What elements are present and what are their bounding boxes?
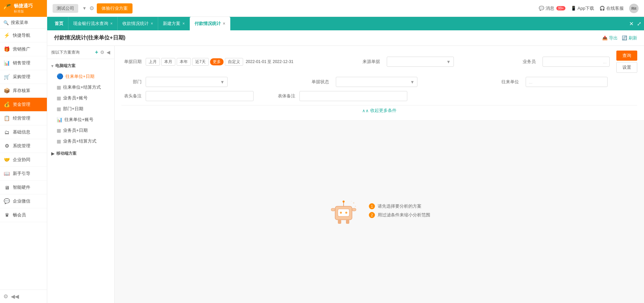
quick-nav-icon: ⚡: [3, 32, 10, 39]
date-this-year[interactable]: 本年: [177, 58, 191, 66]
scheme-item-partner-settle[interactable]: ▦ 往来单位+结算方式: [47, 82, 114, 93]
scheme-item-dept-date[interactable]: ▦ 部门+日期: [47, 103, 114, 114]
expand-icon[interactable]: ⤢: [637, 21, 641, 27]
sidebar-item-quick-nav[interactable]: ⚡ 快捷导航: [0, 29, 47, 42]
tab-bar-right: ✕ ⤢: [629, 21, 641, 27]
scheme-item-salesman-settle[interactable]: ▦ 业务员+结算方式: [47, 136, 114, 147]
svg-point-11: [355, 206, 356, 207]
tab-payment-stats-close[interactable]: ×: [223, 21, 225, 26]
tab-new-scheme-close[interactable]: ×: [182, 21, 185, 26]
sidebar-item-label: 营销推广: [13, 46, 30, 52]
tab-new-scheme[interactable]: 新建方案 ×: [158, 17, 190, 30]
scheme-item-salesman-date[interactable]: ▦ 业务员+日期: [47, 125, 114, 136]
sidebar-item-inventory[interactable]: 📦 库存核算: [0, 84, 47, 98]
svg-point-5: [343, 201, 345, 203]
partner-label: 往来单位: [501, 79, 519, 85]
sidebar-item-marketing[interactable]: 🎁 营销推广: [0, 42, 47, 56]
trial-btn[interactable]: 体验行业方案: [97, 3, 133, 13]
content-area: 按以下方案查询 + ⚙ ◀ ▾ 电脑端方案 🔵 往来单位+日期 ▦: [47, 46, 644, 303]
sidebar-item-system[interactable]: ⚙ 系统管理: [0, 139, 47, 153]
sidebar-item-sales[interactable]: 📊 销售管理: [0, 56, 47, 70]
dept-select[interactable]: ▼: [146, 77, 228, 87]
sidebar-search-item[interactable]: 🔍 搜索菜单: [0, 17, 47, 29]
sidebar-bottom: ⚙ ◀◀: [0, 290, 47, 303]
collapse-sidebar-icon[interactable]: ◀◀: [11, 293, 19, 300]
tab-bank-flow-label: 现金银行流水查询: [73, 21, 108, 27]
query-btn[interactable]: 查询: [616, 51, 637, 61]
refresh-icon: 🔄: [622, 35, 627, 40]
online-service-btn[interactable]: 🎧 在线客服: [599, 5, 624, 11]
filter-area: 单据日期 上月 本月 本年 近7天 更多 自定义 2022-01-01 至 20…: [115, 46, 644, 121]
note-header-input[interactable]: [146, 91, 254, 101]
hint-text-1: 请先选择要分析的方案: [378, 203, 421, 209]
sidebar-item-capital[interactable]: 💰 资金管理: [0, 98, 47, 112]
setting-btn[interactable]: 设置: [616, 62, 637, 73]
export-btn[interactable]: 📤 导出: [602, 35, 618, 41]
doc-status-select[interactable]: ▼: [336, 77, 418, 87]
tab-home-label: 首页: [55, 21, 63, 27]
sidebar-item-guide[interactable]: 📖 新手引导: [0, 167, 47, 181]
scheme-settings-btn[interactable]: ⚙: [100, 50, 105, 55]
settings-icon[interactable]: ⚙: [3, 293, 8, 300]
messages-btn[interactable]: 💬 消息 99+: [539, 5, 565, 11]
svg-point-2: [340, 212, 342, 214]
sidebar-item-purchase[interactable]: 🛒 采购管理: [0, 70, 47, 84]
basic-info-icon: 🗂: [3, 129, 10, 135]
page-title: 付款情况统计(往来单位+日期): [54, 34, 125, 41]
app-download-btn[interactable]: 📱 App下载: [571, 5, 594, 11]
scheme-item-salesman-account[interactable]: ▦ 业务员+账号: [47, 93, 114, 103]
desktop-section-header[interactable]: ▾ 电脑端方案: [47, 61, 114, 71]
tab-home[interactable]: 首页: [50, 17, 68, 30]
sidebar-item-label: 企业协同: [13, 157, 30, 163]
date-more[interactable]: 更多: [210, 58, 224, 65]
header-gear-icon[interactable]: ⚙: [89, 5, 94, 11]
message-badge: 99+: [556, 6, 565, 10]
sidebar-item-basic-info[interactable]: 🗂 基础信息: [0, 125, 47, 139]
sidebar-item-cooperation[interactable]: 🤝 企业协同: [0, 153, 47, 167]
sidebar-item-label: 资金管理: [13, 101, 30, 108]
sidebar-item-label: 基础信息: [13, 129, 30, 135]
scheme-item-partner-account[interactable]: 📊 往来单位+账号: [47, 114, 114, 125]
sidebar-item-weixin[interactable]: 💬 企业微信: [0, 194, 47, 208]
collapse-more-btn[interactable]: ∧∧ 收起更多条件: [121, 105, 637, 116]
collapse-panel-btn[interactable]: ◀: [107, 50, 110, 55]
source-label: 来源单据: [362, 59, 380, 65]
tab-bank-flow-close[interactable]: ×: [110, 21, 113, 26]
date-this-month[interactable]: 本月: [161, 58, 175, 66]
date-last-7[interactable]: 近7天: [192, 58, 209, 66]
tab-payment-stats[interactable]: 付款情况统计 ×: [190, 17, 230, 30]
add-scheme-btn[interactable]: +: [95, 49, 98, 55]
salesman-select[interactable]: ...: [543, 57, 610, 67]
scheme-icon-3: ▦: [57, 95, 61, 101]
note-body-input[interactable]: [299, 91, 407, 101]
tab-bank-flow[interactable]: 现金银行流水查询 ×: [68, 17, 118, 30]
source-select[interactable]: ▼: [387, 57, 454, 67]
refresh-btn[interactable]: 🔄 刷新: [622, 35, 637, 41]
salesman-placeholder: ...: [603, 59, 607, 64]
profile-dropdown-icon[interactable]: ▼: [82, 6, 87, 11]
message-icon: 💬: [539, 6, 544, 11]
tab-receipt-stats[interactable]: 收款情况统计 ×: [118, 17, 158, 30]
company-profile[interactable]: 测试公司: [53, 4, 78, 13]
close-all-tabs-icon[interactable]: ✕: [629, 21, 634, 27]
logo-text: 畅捷通巧: [14, 3, 33, 9]
user-avatar[interactable]: Rit: [629, 4, 639, 13]
empty-svg: [328, 196, 359, 226]
svg-rect-8: [331, 208, 335, 211]
main-area: 测试公司 ▼ ⚙ 体验行业方案 💬 消息 99+ 📱 App下载 🎧 在线客服 …: [47, 0, 644, 303]
page-content: 付款情况统计(往来单位+日期) 📤 导出 🔄 刷新 按以下方案查询 + ⚙: [47, 30, 644, 303]
date-last-month[interactable]: 上月: [146, 58, 160, 66]
marketing-icon: 🎁: [3, 46, 10, 53]
sidebar-item-operation[interactable]: 📋 经营管理: [0, 112, 47, 125]
tab-receipt-stats-close[interactable]: ×: [151, 21, 153, 26]
sidebar-item-label: 畅会员: [13, 212, 26, 218]
scheme-item-partner-date[interactable]: 🔵 往来单位+日期: [47, 71, 114, 82]
sidebar-item-member[interactable]: ♛ 畅会员: [0, 208, 47, 222]
partner-select[interactable]: ...: [526, 77, 608, 87]
desktop-arrow-icon: ▾: [51, 64, 53, 68]
mobile-section-header[interactable]: ▶ 移动端方案: [47, 149, 114, 158]
header-left: 测试公司 ▼ ⚙ 体验行业方案: [53, 3, 133, 13]
sidebar-item-hardware[interactable]: 🖥 智能硬件: [0, 181, 47, 194]
date-custom[interactable]: 自定义: [225, 58, 243, 66]
scheme-item-label: 往来单位+日期: [65, 73, 94, 80]
